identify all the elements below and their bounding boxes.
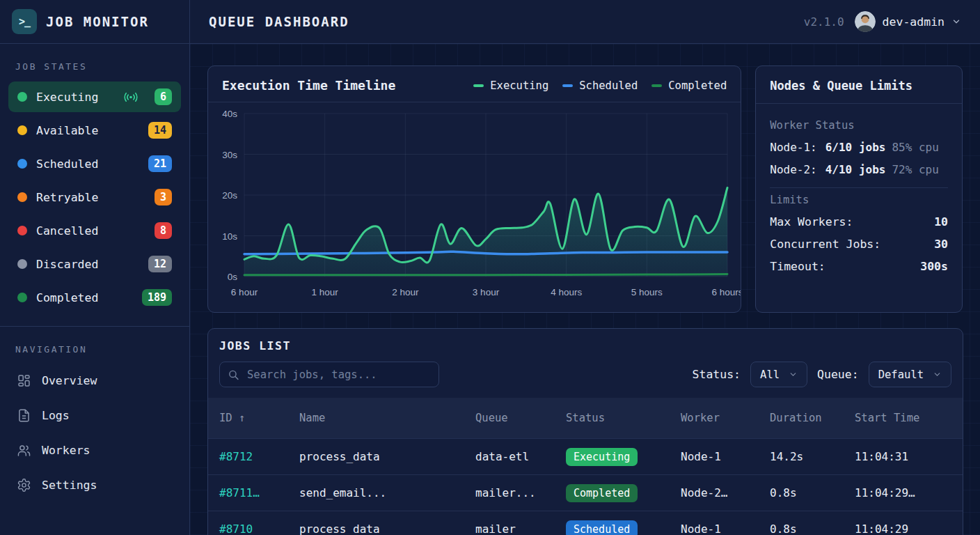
version-label: v2.1.0 xyxy=(804,15,844,29)
status-filter-label: Status: xyxy=(693,368,741,381)
main-area: QUEUE DASHBOARD v2.1.0 dev-admin xyxy=(190,0,980,535)
app-title: JOB MONITOR xyxy=(46,14,149,29)
svg-text:0s: 0s xyxy=(228,272,238,282)
nav-label: Logs xyxy=(42,409,70,422)
job-id-link[interactable]: #8710 xyxy=(208,522,288,535)
sidebar-item-completed[interactable]: Completed 189 xyxy=(8,282,181,313)
status-badge: Executing xyxy=(566,448,638,466)
status-filter-select[interactable]: All xyxy=(750,362,807,387)
job-queue: mailer... xyxy=(464,486,555,499)
state-label: Scheduled xyxy=(36,157,98,171)
table-header-row: ID ↑ Name Queue Status Worker Duration S… xyxy=(208,398,963,438)
search-icon xyxy=(228,369,239,380)
queue-filter-select[interactable]: Default xyxy=(869,362,951,387)
sidebar-item-workers[interactable]: Workers xyxy=(0,433,189,467)
column-header-id[interactable]: ID ↑ xyxy=(208,412,288,424)
job-start-time: 11:04:29… xyxy=(844,486,963,499)
scheduled-dot xyxy=(17,159,27,169)
jobs-list-panel: JOBS LIST Status: All Que xyxy=(207,328,963,535)
svg-text:6 hour: 6 hour xyxy=(231,287,258,297)
sidebar-item-executing[interactable]: Executing 6 xyxy=(8,82,181,112)
timeout-row: Timeout: 300s xyxy=(770,260,948,273)
svg-text:5 hours: 5 hours xyxy=(631,287,663,297)
dashboard-grid-icon xyxy=(17,373,31,388)
job-states-section-title: JOB STATES xyxy=(0,44,189,80)
node-1-status: Node-1: 6/10 jobs 85% cpu xyxy=(770,141,948,154)
job-start-time: 11:04:29 xyxy=(844,522,963,535)
gear-icon xyxy=(17,478,31,493)
svg-text:3 hour: 3 hour xyxy=(473,287,500,297)
job-start-time: 11:04:31 xyxy=(844,450,963,463)
live-signal-icon xyxy=(123,92,139,102)
sidebar: >_ JOB MONITOR JOB STATES Executing 6 Av… xyxy=(0,0,190,535)
job-name: send_email... xyxy=(288,486,464,499)
legend-item-scheduled[interactable]: Scheduled xyxy=(562,79,638,92)
available-dot xyxy=(17,125,27,135)
nav-label: Settings xyxy=(42,479,97,492)
jobs-list-title: JOBS LIST xyxy=(208,339,963,352)
column-header-duration[interactable]: Duration xyxy=(759,412,844,424)
state-label: Executing xyxy=(36,91,98,104)
completed-dot xyxy=(17,293,27,302)
svg-text:6 hours: 6 hours xyxy=(711,287,741,297)
sidebar-item-scheduled[interactable]: Scheduled 21 xyxy=(8,148,181,179)
retryable-dot xyxy=(17,192,27,202)
state-label: Available xyxy=(36,124,98,137)
svg-text:40s: 40s xyxy=(222,109,237,119)
cancelled-dot xyxy=(17,226,27,235)
chevron-down-icon xyxy=(951,17,961,26)
column-header-name[interactable]: Name xyxy=(288,412,464,424)
job-id-link[interactable]: #8712 xyxy=(208,450,288,463)
count-badge: 6 xyxy=(155,88,172,106)
terminal-icon: >_ xyxy=(12,9,37,34)
column-header-start-time[interactable]: Start Time xyxy=(844,412,963,424)
job-id-link[interactable]: #8711… xyxy=(208,486,288,499)
count-badge: 14 xyxy=(148,122,172,139)
sidebar-item-retryable[interactable]: Retryable 3 xyxy=(8,182,181,212)
search-box xyxy=(219,362,439,387)
document-icon xyxy=(17,408,31,423)
state-label: Cancelled xyxy=(36,224,98,238)
sidebar-item-overview[interactable]: Overview xyxy=(0,363,189,398)
executing-legend-dash xyxy=(473,84,484,87)
sidebar-item-settings[interactable]: Settings xyxy=(0,467,189,502)
legend-label: Completed xyxy=(668,79,727,92)
user-name: dev-admin xyxy=(883,15,945,29)
legend-item-completed[interactable]: Completed xyxy=(651,79,727,92)
job-name: process_data xyxy=(288,522,464,535)
job-worker: Node-1 xyxy=(670,450,759,463)
nodes-limits-panel: Nodes & Queue Limits Worker Status Node-… xyxy=(755,65,963,313)
queue-filter-label: Queue: xyxy=(817,368,859,381)
user-menu[interactable]: dev-admin xyxy=(855,11,961,32)
count-badge: 3 xyxy=(155,189,172,206)
node-2-status: Node-2: 4/10 jobs 72% cpu xyxy=(770,163,948,176)
scheduled-legend-dash xyxy=(562,84,573,87)
legend-item-executing[interactable]: Executing xyxy=(473,79,548,92)
table-row[interactable]: #8711… send_email... mailer... Completed… xyxy=(208,474,963,511)
job-queue: mailer xyxy=(464,522,555,535)
job-worker: Node-2… xyxy=(670,486,759,499)
limits-divider xyxy=(770,187,948,188)
sidebar-item-logs[interactable]: Logs xyxy=(0,398,189,433)
job-duration: 14.2s xyxy=(759,450,844,463)
limits-panel-title: Nodes & Queue Limits xyxy=(756,66,962,104)
search-input[interactable] xyxy=(219,362,439,387)
sidebar-item-available[interactable]: Available 14 xyxy=(8,115,181,146)
svg-text:4 hours: 4 hours xyxy=(551,287,582,297)
sidebar-item-cancelled[interactable]: Cancelled 8 xyxy=(8,215,181,246)
status-badge: Completed xyxy=(566,484,638,502)
table-row[interactable]: #8712 process_data data-etl Executing No… xyxy=(208,438,963,474)
svg-text:1 hour: 1 hour xyxy=(312,287,339,297)
chart-title: Execution Time Timeline xyxy=(222,78,395,93)
legend-label: Executing xyxy=(490,79,548,92)
column-header-queue[interactable]: Queue xyxy=(464,412,555,424)
chevron-down-icon xyxy=(933,370,942,379)
state-label: Completed xyxy=(36,291,98,304)
column-header-worker[interactable]: Worker xyxy=(670,412,759,424)
count-badge: 189 xyxy=(142,289,172,307)
completed-legend-dash xyxy=(651,84,662,87)
table-row[interactable]: #8710 process_data mailer Scheduled Node… xyxy=(208,511,963,535)
avatar xyxy=(855,11,876,32)
column-header-status[interactable]: Status xyxy=(555,412,670,424)
sidebar-item-discarded[interactable]: Discarded 12 xyxy=(8,249,181,279)
